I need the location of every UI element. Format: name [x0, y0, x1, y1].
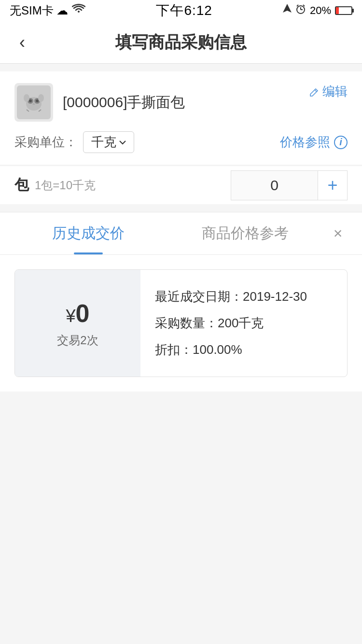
svg-line-16 [315, 90, 317, 92]
quantity-label: 包 1包=10千克 [14, 175, 96, 195]
recent-date-label: 最近成交日期： [155, 289, 243, 304]
chevron-down-icon [119, 140, 126, 145]
price-amount: ¥0 [66, 299, 90, 328]
battery-icon [335, 6, 352, 15]
quantity-plus-button[interactable]: + [318, 170, 348, 200]
purchase-unit: 采购单位： 千克 [14, 131, 134, 153]
purchase-qty-value: 200千克 [218, 316, 264, 330]
svg-line-5 [303, 5, 305, 6]
info-icon: i [334, 136, 348, 149]
panel-close-button[interactable]: × [323, 219, 352, 248]
tab-price-ref[interactable]: 商品价格参考 [167, 212, 323, 254]
product-name: [0000006]手撕面包 [63, 93, 185, 112]
wifi-icon [72, 4, 85, 17]
status-bar: 无SIM卡 ☁ 下午6:12 20% [0, 0, 362, 21]
recent-date-value: 2019-12-30 [243, 289, 307, 304]
alarm-icon [295, 4, 306, 17]
tab-bar: 历史成交价 商品价格参考 × [0, 212, 362, 255]
price-card: ¥0 交易2次 最近成交日期：2019-12-30 采购数量：200千克 折扣：… [14, 269, 348, 377]
purchase-qty-item: 采购数量：200千克 [155, 314, 333, 333]
product-image [22, 90, 46, 114]
edit-icon [309, 86, 320, 97]
discount-label: 折扣： [155, 342, 193, 357]
product-left: [0000006]手撕面包 [14, 83, 185, 122]
location-icon [283, 4, 292, 17]
svg-point-9 [29, 99, 32, 102]
quantity-row: 包 1包=10千克 + [0, 166, 362, 204]
discount-value: 100.00% [193, 342, 242, 357]
status-time: 下午6:12 [156, 1, 212, 20]
battery-percent: 20% [310, 4, 331, 17]
unit-dropdown[interactable]: 千克 [83, 131, 134, 153]
product-thumbnail [14, 83, 53, 122]
purchase-qty-label: 采购数量： [155, 316, 218, 330]
svg-line-14 [27, 110, 29, 112]
svg-marker-0 [283, 4, 292, 13]
status-right: 20% [283, 4, 352, 17]
svg-point-13 [38, 94, 44, 102]
product-header: [0000006]手撕面包 编辑 [14, 83, 348, 122]
svg-line-15 [39, 110, 41, 112]
nav-bar: ‹ 填写商品采购信息 [0, 21, 362, 64]
svg-point-10 [36, 99, 39, 102]
tab-active-indicator [74, 252, 103, 254]
price-card-right: 最近成交日期：2019-12-30 采购数量：200千克 折扣：100.00% [140, 270, 347, 377]
price-section: ¥0 交易2次 最近成交日期：2019-12-30 采购数量：200千克 折扣：… [0, 255, 362, 392]
svg-point-12 [24, 94, 29, 102]
svg-line-4 [297, 5, 298, 6]
edit-button[interactable]: 编辑 [309, 83, 348, 100]
tab-history-price-label: 历史成交价 [52, 224, 125, 243]
page-title: 填写商品采购信息 [115, 31, 247, 54]
price-ref-button[interactable]: 价格参照 i [280, 134, 348, 151]
tab-price-ref-label: 商品价格参考 [202, 224, 289, 243]
quantity-input-wrap: + [231, 170, 348, 200]
unit-badge: 包 [14, 175, 29, 195]
bottom-panel: 历史成交价 商品价格参考 × ¥0 交易2次 最近成交日期：2019-12-30… [0, 212, 362, 392]
trade-count: 交易2次 [57, 333, 98, 348]
currency-symbol: ¥ [66, 306, 76, 326]
quantity-input[interactable] [231, 170, 318, 200]
recent-date-item: 最近成交日期：2019-12-30 [155, 287, 333, 306]
back-button[interactable]: ‹ [14, 28, 30, 57]
tab-history-price[interactable]: 历史成交价 [10, 212, 167, 254]
discount-item: 折扣：100.00% [155, 340, 333, 359]
product-card: [0000006]手撕面包 编辑 采购单位： 千克 价格参照 i [0, 71, 362, 165]
price-card-left: ¥0 交易2次 [15, 270, 140, 377]
carrier-text: 无SIM卡 ☁ [10, 3, 68, 18]
product-footer: 采购单位： 千克 价格参照 i [14, 131, 348, 153]
unit-note: 1包=10千克 [35, 178, 96, 193]
status-left: 无SIM卡 ☁ [10, 3, 85, 18]
